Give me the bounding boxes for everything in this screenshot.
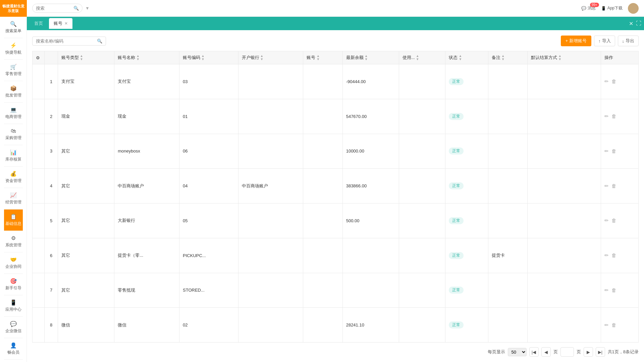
edit-button-7[interactable]: ✏ [604, 322, 609, 328]
last-page-button[interactable]: ▶| [596, 347, 605, 357]
sidebar-item-app-center[interactable]: 📱应用中心 [4, 295, 23, 317]
sidebar-item-quick-nav[interactable]: ⚡快捷导航 [4, 38, 23, 60]
tab-close-icon[interactable]: ✕ [629, 20, 633, 27]
per-page-select[interactable]: 50 100 200 [508, 348, 527, 356]
tab-account-close-icon[interactable]: ✕ [64, 21, 68, 26]
dropdown-arrow-icon[interactable]: ▼ [85, 6, 90, 11]
next-page-button[interactable]: ▶ [584, 347, 593, 357]
header-left: 🔍 ▼ [32, 4, 90, 13]
tab-account[interactable]: 账号 ✕ [49, 18, 72, 29]
account-search-input[interactable] [36, 39, 95, 44]
sidebar-label-inventory: 库存核算 [5, 157, 21, 162]
delete-button-4[interactable]: 🗑 [611, 218, 616, 224]
th-remark[interactable]: 备注 ▲▼ [488, 51, 527, 64]
sidebar-item-sys-mgmt[interactable]: ⚙系统管理 [4, 231, 23, 252]
delete-button-3[interactable]: 🗑 [611, 183, 616, 189]
cell-settlement-6 [528, 273, 601, 308]
app-download-button[interactable]: 📱 App下载 [601, 5, 623, 11]
message-button[interactable]: 💬 消息 99+ [581, 5, 596, 11]
th-status-label: 状态 [449, 55, 458, 61]
cell-balance-0: -90444.00 [342, 64, 399, 99]
edit-button-3[interactable]: ✏ [604, 183, 609, 189]
prev-page-button[interactable]: ◀ [541, 347, 551, 357]
cell-account-no-5 [303, 238, 342, 273]
cell-num-7: 8 [45, 308, 58, 343]
sidebar-item-enterprise-agreement[interactable]: 🤝企业协同 [4, 252, 23, 274]
edit-button-5[interactable]: ✏ [604, 252, 609, 258]
sidebar-item-purchase-mgmt[interactable]: 🛍采购管理 [4, 124, 23, 145]
logo-text: 畅捷通财生意乐意版 [2, 4, 24, 13]
sidebar-item-basic-info[interactable]: 📋基础信息 [4, 209, 23, 231]
sidebar-icon-enterprise-agreement: 🤝 [5, 256, 21, 263]
cell-gear-0 [33, 64, 45, 99]
cell-balance-6 [342, 273, 399, 308]
sidebar-item-retail-mgmt[interactable]: 🛒零售管理 [4, 60, 23, 81]
th-bank[interactable]: 开户银行 ▲▼ [238, 51, 303, 64]
user-avatar[interactable] [628, 3, 639, 14]
th-status[interactable]: 状态 ▲▼ [445, 51, 488, 64]
status-badge-2: 正常 [449, 147, 464, 155]
cell-status-2: 正常 [445, 134, 488, 169]
th-default-settlement[interactable]: 默认结算方式 ▲▼ [528, 51, 601, 64]
import-button[interactable]: ↑ 导入 [594, 36, 615, 46]
toolbar-right: + 新增账号 ↑ 导入 ↓ 导出 [561, 36, 639, 46]
delete-button-6[interactable]: 🗑 [611, 287, 616, 293]
sidebar-item-enterprise-wechat[interactable]: 💬企业微信 [4, 317, 23, 338]
import-icon: ↑ [598, 39, 601, 44]
edit-button-1[interactable]: ✏ [604, 113, 609, 119]
sidebar-label-enterprise-agreement: 企业协同 [5, 264, 21, 269]
cell-action-6: ✏ 🗑 [601, 273, 639, 308]
sidebar-icon-member: 👤 [5, 342, 21, 349]
sort-name-icon: ▲▼ [136, 54, 140, 61]
cell-usage-3 [399, 169, 445, 203]
sidebar-item-ecom-mgmt[interactable]: 💻电商管理 [4, 103, 23, 124]
first-page-button[interactable]: |◀ [529, 347, 539, 357]
delete-button-7[interactable]: 🗑 [611, 322, 616, 328]
sidebar-item-inventory[interactable]: 📊库存核算 [4, 145, 23, 167]
delete-button-5[interactable]: 🗑 [611, 252, 616, 258]
table-row: 7 其它 零售抵现 STORED... 正常 ✏ 🗑 [33, 273, 639, 308]
cell-bank-4 [238, 203, 303, 238]
th-name[interactable]: 账号名称 ▲▼ [114, 51, 179, 64]
edit-button-0[interactable]: ✏ [604, 78, 609, 84]
search-icon: 🔍 [97, 39, 102, 44]
cell-bank-0 [238, 64, 303, 99]
edit-button-2[interactable]: ✏ [604, 148, 609, 154]
sidebar-item-search-menu[interactable]: 🔍搜索菜单 [4, 17, 23, 38]
th-type[interactable]: 账号类型 ▲▼ [58, 51, 114, 64]
delete-button-2[interactable]: 🗑 [611, 148, 616, 154]
tab-home[interactable]: 首页 [30, 18, 48, 29]
account-search-box[interactable]: 🔍 [32, 37, 106, 46]
page-label: 页 [553, 349, 558, 355]
sidebar-item-new-guide[interactable]: 🎯新手引导 [4, 274, 23, 295]
top-search-box[interactable]: 🔍 [32, 4, 83, 13]
export-button[interactable]: ↓ 导出 [618, 36, 639, 46]
th-gear[interactable]: ⚙ [33, 51, 45, 64]
cell-usage-1 [399, 99, 445, 134]
add-account-button[interactable]: + 新增账号 [561, 36, 591, 46]
sidebar-icon-inventory: 📊 [5, 149, 21, 156]
sidebar-item-member[interactable]: 👤畅会员 [4, 338, 23, 360]
th-balance[interactable]: 最新余额 ▲▼ [342, 51, 399, 64]
th-code[interactable]: 账号编码 ▲▼ [179, 51, 238, 64]
cell-action-7: ✏ 🗑 [601, 308, 639, 343]
cell-remark-5: 提货卡 [488, 238, 527, 273]
page-number-input[interactable]: 1 [560, 347, 574, 357]
delete-button-0[interactable]: 🗑 [611, 78, 616, 84]
sidebar-item-wholesale-mgmt[interactable]: 📦批发管理 [4, 81, 23, 103]
table-row: 2 现金 现金 01 547670.00 正常 ✏ 🗑 [33, 99, 639, 134]
th-usage[interactable]: 使用... ▲▼ [399, 51, 445, 64]
top-search-input[interactable] [36, 6, 71, 11]
delete-button-1[interactable]: 🗑 [611, 113, 616, 119]
th-account-no[interactable]: 账号 ▲▼ [303, 51, 342, 64]
sidebar-label-sys-mgmt: 系统管理 [5, 242, 21, 248]
sidebar-item-capital-mgmt[interactable]: 💰资金管理 [4, 167, 23, 188]
th-balance-label: 最新余额 [346, 55, 364, 61]
tab-fullscreen-icon[interactable]: ⛶ [636, 20, 641, 26]
tab-account-label: 账号 [54, 20, 62, 26]
cell-action-5: ✏ 🗑 [601, 238, 639, 273]
cell-name-2: moneybosx [114, 134, 179, 169]
sidebar-item-ops-mgmt[interactable]: 📈经营管理 [4, 188, 23, 209]
edit-button-6[interactable]: ✏ [604, 287, 609, 293]
edit-button-4[interactable]: ✏ [604, 218, 609, 224]
